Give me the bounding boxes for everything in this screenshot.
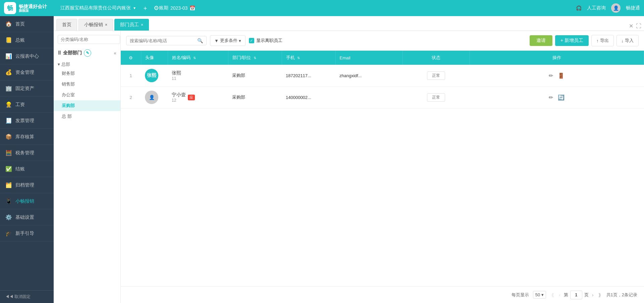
emp-search-box: 🔍: [126, 36, 207, 45]
edit-btn[interactable]: ✏: [549, 94, 553, 101]
header-right: 🎧 人工咨询 👤 畅捷通: [576, 3, 640, 13]
dept-sort-icon[interactable]: ⇅: [254, 56, 256, 60]
row-avatar: 张熙: [141, 65, 168, 87]
page-content: 🔍 ⠿ 全部部门 ✎ « ▾ 总部 财务部 销售部 办公室 采购部 总 部: [54, 31, 644, 303]
sidebar-item-label: 库存核算: [15, 134, 34, 140]
app-subtitle: 旗舰版: [19, 9, 47, 12]
tab-close-window-icon[interactable]: ✕: [629, 23, 633, 29]
page-first-btn[interactable]: ⟪: [550, 292, 555, 298]
sidebar-item-guide[interactable]: 🎓 新手引导: [0, 225, 54, 242]
edit-btn[interactable]: ✏: [549, 72, 553, 79]
sidebar-item-reports[interactable]: 📊 云报表中心: [0, 48, 54, 64]
status-badge-red: 应: [188, 95, 195, 100]
per-page-select[interactable]: 50 ▾: [533, 291, 546, 299]
salary-icon: 👷: [5, 101, 12, 108]
row-email: [335, 87, 402, 108]
tax-icon: 🧮: [5, 150, 12, 156]
archive-icon: 🗂️: [5, 182, 12, 188]
company-area[interactable]: 江西服宝精品有限责任公司内账张 ▾: [60, 5, 136, 11]
export-label: 导出: [600, 38, 609, 44]
assets-icon: 🏢: [5, 85, 12, 92]
expense-icon: 📱: [5, 198, 12, 204]
tab-expense[interactable]: 小畅报销 ×: [78, 19, 113, 31]
row-dept: 采购部: [228, 87, 282, 108]
dept-edit-btn[interactable]: ✎: [84, 49, 91, 57]
col-phone-header[interactable]: 手机 ⇅: [282, 51, 335, 65]
app-title: 畅捷通好会计: [19, 4, 47, 9]
tab-dept-employee[interactable]: 部门员工 ×: [114, 19, 149, 31]
emp-search-icon[interactable]: 🔍: [197, 38, 203, 43]
logo-text: 畅捷通好会计 旗舰版: [19, 4, 47, 13]
sidebar-item-label: 基础设置: [15, 214, 34, 220]
tab-bar: 首页 小畅报销 × 部门员工 × ✕ ⛶: [54, 16, 644, 31]
table-settings-icon[interactable]: ⚙: [129, 55, 133, 60]
dept-search-input[interactable]: [58, 35, 120, 44]
tab-home[interactable]: 首页: [56, 19, 77, 31]
col-settings-header[interactable]: ⚙: [121, 51, 141, 65]
sidebar-item-expense[interactable]: 📱 小畅报销: [0, 193, 54, 209]
dept-item-sales[interactable]: 销售部: [54, 79, 120, 90]
sidebar-item-close[interactable]: ✅ 结账: [0, 161, 54, 177]
tab-bar-right: ✕ ⛶: [629, 23, 641, 31]
show-resign-label: 显示离职员工: [256, 38, 282, 44]
import-button[interactable]: ↓ 导入: [616, 35, 639, 46]
export-button[interactable]: ↑ 导出: [591, 35, 614, 46]
col-name-header[interactable]: 姓名/编码 ⇅: [168, 51, 228, 65]
invite-button[interactable]: 邀请: [530, 35, 552, 46]
dept-collapse-icon[interactable]: «: [114, 50, 116, 56]
company-dropdown-icon[interactable]: ▾: [133, 6, 136, 10]
dept-all-row[interactable]: ⠿ 全部部门 ✎ «: [54, 47, 120, 59]
page-prev-btn[interactable]: ‹: [557, 292, 562, 298]
col-action-header: 操作: [470, 51, 644, 65]
sidebar-item-label: 新手引导: [15, 231, 34, 237]
sidebar-item-salary[interactable]: 👷 工资: [0, 97, 54, 113]
user-name: 畅捷通: [626, 5, 640, 11]
avatar: 张熙: [145, 69, 158, 82]
page-input[interactable]: [570, 291, 582, 299]
dept-item-hq[interactable]: 总 部: [54, 111, 120, 122]
filter-btn[interactable]: ▼ 更多条件 ▾: [210, 35, 246, 46]
dept-item-finance[interactable]: 财务部: [54, 68, 120, 79]
user-avatar: 👤: [611, 3, 621, 13]
delete-btn[interactable]: 🚪: [558, 72, 565, 79]
sidebar-item-settings[interactable]: ⚙️ 基础设置: [0, 209, 54, 225]
dept-all-label: 全部部门: [63, 50, 82, 56]
tab-expand-icon[interactable]: ⛶: [636, 23, 641, 29]
sidebar-item-tax[interactable]: 🧮 税务管理: [0, 145, 54, 161]
add-employee-button[interactable]: + 新增员工: [555, 35, 589, 46]
name-sort-icon[interactable]: ⇅: [193, 56, 196, 60]
calendar-icon[interactable]: 📅: [190, 5, 195, 11]
sidebar-item-funds[interactable]: 💰 资金管理: [0, 64, 54, 81]
support-label[interactable]: 人工咨询: [587, 5, 606, 11]
cancel-fixed-btn[interactable]: ◀◀ 取消固定: [0, 290, 54, 303]
row-status: 正常: [402, 65, 470, 87]
tab-expense-close[interactable]: ×: [105, 22, 107, 27]
sidebar-item-archive[interactable]: 🗂️ 归档管理: [0, 177, 54, 193]
settings-icon[interactable]: ⚙: [154, 4, 159, 12]
dept-group-label: ▾ 总部: [54, 59, 120, 68]
emp-search-input[interactable]: [130, 38, 195, 43]
page-label: 第: [564, 292, 568, 298]
toolbar-right: 邀请 + 新增员工 ↑ 导出 ↓ 导入: [530, 35, 639, 46]
add-icon[interactable]: ＋: [142, 4, 148, 12]
page-next-btn[interactable]: ›: [591, 292, 595, 298]
sidebar-item-general-ledger[interactable]: 📒 总账: [0, 32, 54, 48]
sidebar-item-inventory[interactable]: 📦 库存核算: [0, 129, 54, 145]
show-resign-checkbox[interactable]: ✓: [249, 38, 254, 43]
page-last-btn[interactable]: ⟫: [597, 292, 602, 298]
show-resign-row: ✓ 显示离职员工: [249, 38, 282, 44]
tab-dept-close[interactable]: ×: [141, 22, 143, 27]
delete-btn[interactable]: 🔄: [558, 94, 565, 101]
dept-item-purchase[interactable]: 采购部: [54, 100, 120, 111]
sidebar-item-invoice[interactable]: 🧾 发票管理: [0, 113, 54, 129]
logo-icon: 畅: [4, 2, 16, 14]
employee-table: ⚙ 头像 姓名/编码 ⇅ 部门/职位: [121, 51, 644, 108]
sidebar-item-home[interactable]: 🏠 首页: [0, 16, 54, 32]
invoice-icon: 🧾: [5, 117, 12, 124]
dept-list: ▾ 总部 财务部 销售部 办公室 采购部 总 部: [54, 59, 120, 303]
sidebar-item-fixed-assets[interactable]: 🏢 固定资产: [0, 81, 54, 97]
dept-item-office[interactable]: 办公室: [54, 90, 120, 100]
phone-sort-icon[interactable]: ⇅: [297, 56, 300, 60]
col-dept-header[interactable]: 部门/职位 ⇅: [228, 51, 282, 65]
support-icon: 🎧: [576, 5, 582, 11]
